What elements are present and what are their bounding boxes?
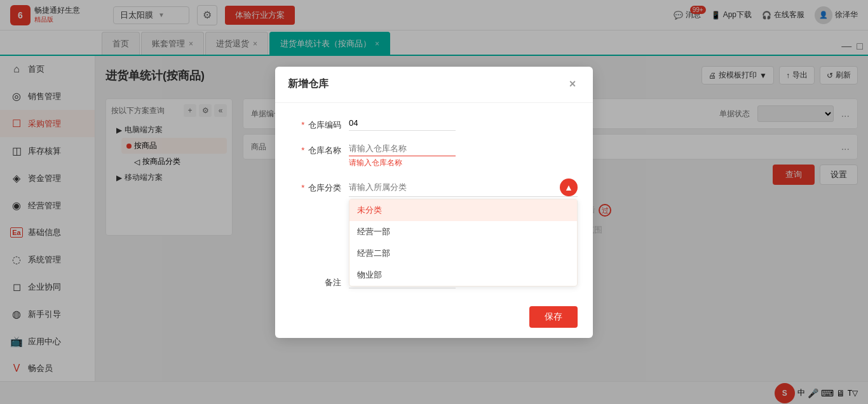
notes-label: 备注 <box>290 273 341 288</box>
modal-overlay[interactable]: 新增仓库 × * 仓库编码 * 仓库名称 <box>0 0 868 404</box>
category-dropdown-toggle[interactable]: ▲ <box>560 178 578 196</box>
save-button[interactable]: 保存 <box>529 306 578 328</box>
form-row-code: * 仓库编码 <box>290 116 578 131</box>
warehouse-name-input[interactable] <box>349 141 456 156</box>
modal-header: 新增仓库 × <box>275 67 593 103</box>
category-dropdown: ▲ 未分类 经营一部 经营二部 物业部 <box>349 178 578 197</box>
name-label: * 仓库名称 <box>290 141 341 156</box>
modal-title: 新增仓库 <box>288 77 329 91</box>
dropdown-option-3[interactable]: 物业部 <box>349 264 577 286</box>
name-error-message: 请输入仓库名称 <box>349 158 578 168</box>
category-input[interactable] <box>349 180 560 194</box>
code-label: * 仓库编码 <box>290 116 341 131</box>
category-dropdown-list: 未分类 经营一部 经营二部 物业部 <box>349 199 578 286</box>
form-row-name: * 仓库名称 请输入仓库名称 <box>290 141 578 168</box>
modal-footer: 保存 <box>275 299 593 338</box>
modal-body: * 仓库编码 * 仓库名称 请输入仓库名称 <box>275 103 593 288</box>
warehouse-code-input[interactable] <box>349 116 456 131</box>
dropdown-option-2[interactable]: 经营二部 <box>349 243 577 264</box>
dropdown-option-1[interactable]: 经营一部 <box>349 221 577 243</box>
new-warehouse-modal: 新增仓库 × * 仓库编码 * 仓库名称 <box>275 67 593 338</box>
category-label: * 仓库分类 <box>290 178 341 194</box>
dropdown-option-0[interactable]: 未分类 <box>349 199 577 221</box>
form-row-category: * 仓库分类 ▲ 未分类 经营一部 经营二部 物业部 <box>290 178 578 197</box>
modal-close-button[interactable]: × <box>565 77 580 92</box>
